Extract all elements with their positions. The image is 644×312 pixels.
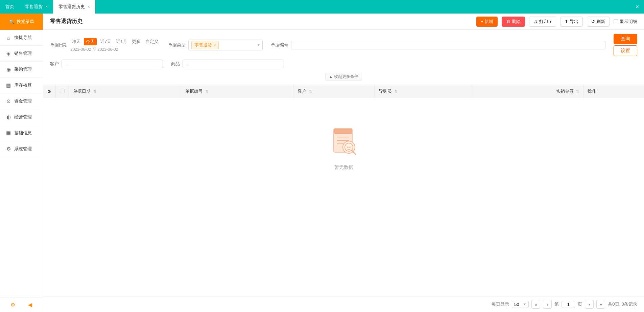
date-opt-today[interactable]: 今天 (84, 38, 97, 45)
sidebar-item-inventory[interactable]: ▦ 库存核算 (0, 77, 43, 93)
page-size-select[interactable]: 50 100 200 (512, 301, 529, 308)
empty-state: 暂无数据 (43, 98, 644, 198)
collapse-icon: ▲ (329, 74, 333, 79)
last-page-button[interactable]: » (596, 300, 605, 309)
display-mingxi-checkbox[interactable] (614, 19, 618, 24)
display-mingxi-label: 显示明细 (620, 19, 637, 25)
pagination-bar: 每页显示 50 100 200 « ‹ 第 页 › » 共0页, 0条记录 (43, 296, 644, 312)
th-customer-label: 客户 (297, 89, 306, 94)
page-label: 第 (554, 301, 559, 307)
customer-filter-label: 客户 (50, 61, 59, 67)
type-tag: 零售退货 × (191, 41, 218, 49)
tab-home-label: 首页 (5, 4, 14, 10)
th-date-sort-icon[interactable]: ⇅ (93, 89, 96, 93)
sidebar-item-operations[interactable]: ◐ 经营管理 (0, 109, 43, 125)
table-header-row: ⚙ 单据日期 ⇅ 单据编号 ⇅ (43, 85, 644, 98)
search-icon: 🔍 (9, 19, 15, 24)
refresh-icon: ↺ (591, 19, 595, 24)
date-opt-custom[interactable]: 自定义 (144, 38, 160, 45)
empty-text: 暂无数据 (334, 164, 353, 171)
sidebar-search[interactable]: 🔍 搜索菜单 (0, 14, 43, 30)
refresh-button[interactable]: ↺ 刷新 (587, 17, 610, 27)
sidebar-item-operations-label: 经营管理 (14, 114, 32, 120)
customer-filter-input[interactable]: ... (62, 60, 163, 68)
sidebar-item-finance-label: 资金管理 (14, 98, 32, 104)
svg-point-9 (349, 147, 351, 148)
goods-filter-input[interactable]: ... (183, 60, 284, 68)
svg-rect-1 (334, 129, 352, 134)
header-checkbox[interactable] (60, 89, 65, 93)
table-wrapper: ⚙ 单据日期 ⇅ 单据编号 ⇅ (43, 85, 644, 296)
print-button[interactable]: 🖨 打印 ▾ (529, 17, 556, 27)
sidebar-item-system[interactable]: ⚙ 系统管理 (0, 141, 43, 157)
home-icon: ⌂ (5, 35, 11, 41)
sidebar-item-sales[interactable]: ◈ 销售管理 (0, 46, 43, 62)
filter-area: 单据日期 昨天 今天 近7天 近1月 更多 自定义 2023-06-02 至 2… (43, 30, 644, 85)
export-label: 导出 (570, 19, 578, 25)
date-opt-more[interactable]: 更多 (130, 38, 142, 45)
type-filter-item: 单据类型 零售退货 × ▾ (168, 40, 263, 50)
th-setting[interactable]: ⚙ (43, 85, 56, 98)
display-mingxi-toggle[interactable]: 显示明细 (614, 19, 637, 25)
system-icon: ⚙ (5, 146, 11, 152)
page-number-input[interactable] (562, 301, 575, 308)
th-date-label: 单据日期 (73, 89, 91, 94)
basics-icon: ▣ (5, 130, 11, 136)
date-filter-label: 单据日期 (50, 42, 68, 48)
th-amount-sort-icon[interactable]: ⇅ (576, 89, 579, 93)
tab-retail-return[interactable]: 零售退货 × (20, 0, 53, 14)
svg-point-8 (347, 147, 349, 148)
prev-page-button[interactable]: ‹ (543, 300, 552, 309)
delete-button[interactable]: 🗑 删除 (502, 17, 525, 27)
first-page-button[interactable]: « (531, 300, 540, 309)
type-filter-label: 单据类型 (168, 42, 186, 48)
page-unit: 页 (578, 301, 582, 307)
export-button[interactable]: ⬆ 导出 (560, 17, 583, 27)
tab-retail-return-history-label: 零售退货历史 (58, 4, 85, 10)
goods-dots: ... (186, 61, 189, 66)
next-page-button[interactable]: › (585, 300, 594, 309)
id-filter-label: 单据编号 (271, 42, 288, 48)
tab-retail-return-history[interactable]: 零售退货历史 × (53, 0, 95, 14)
id-filter-item: 单据编号 (271, 41, 605, 49)
new-button[interactable]: + 新增 (476, 17, 498, 27)
customer-dots: ... (65, 61, 68, 66)
refresh-label: 刷新 (596, 19, 605, 25)
sidebar-item-purchase[interactable]: ◉ 采购管理 (0, 62, 43, 77)
collapse-sidebar-icon[interactable]: ◀ (25, 299, 35, 310)
th-guide-sort-icon[interactable]: ⇅ (395, 89, 398, 93)
date-opt-1month[interactable]: 近1月 (115, 38, 128, 45)
inventory-icon: ▦ (5, 82, 11, 88)
column-setting-icon[interactable]: ⚙ (47, 89, 51, 94)
th-amount: 实销金额 ⇅ (471, 85, 583, 98)
tab-home[interactable]: 首页 (0, 0, 20, 14)
type-filter-input-wrap[interactable]: 零售退货 × ▾ (188, 40, 263, 50)
sidebar-item-basics[interactable]: ▣ 基础信息 (0, 125, 43, 141)
page-title: 零售退货历史 (50, 18, 82, 25)
collapse-button[interactable]: ▲ 收起更多条件 (325, 73, 362, 81)
tab-retail-return-history-close[interactable]: × (88, 4, 90, 9)
th-id-sort-icon[interactable]: ⇅ (206, 89, 209, 93)
export-icon: ⬆ (565, 19, 568, 24)
tab-retail-return-close[interactable]: × (45, 4, 48, 9)
sidebar-item-quicknav[interactable]: ⌂ 快捷导航 (0, 30, 43, 46)
th-check[interactable] (56, 85, 69, 98)
date-opt-7days[interactable]: 近7天 (99, 38, 113, 45)
settings-bottom-icon[interactable]: ⚙ (7, 299, 18, 310)
print-icon: 🖨 (533, 19, 538, 24)
print-dropdown-icon: ▾ (549, 19, 552, 24)
id-filter-input[interactable] (291, 41, 605, 49)
empty-row: 暂无数据 (43, 98, 644, 198)
th-customer-sort-icon[interactable]: ⇅ (309, 89, 312, 93)
sidebar-item-finance[interactable]: ⊙ 资金管理 (0, 93, 43, 109)
nav-tabs: 首页 零售退货 × 零售退货历史 × (0, 0, 95, 14)
date-opt-yesterday[interactable]: 昨天 (70, 38, 82, 45)
collapse-label: 收起更多条件 (334, 74, 358, 80)
filter-settings-button[interactable]: 设置 (614, 45, 637, 56)
finance-icon: ⊙ (5, 98, 11, 104)
sidebar-item-quicknav-label: 快捷导航 (14, 35, 32, 41)
type-dropdown-icon[interactable]: ▾ (258, 43, 260, 47)
query-button[interactable]: 查询 (614, 34, 637, 44)
window-close-button[interactable]: × (630, 0, 644, 14)
type-tag-close[interactable]: × (213, 43, 215, 47)
